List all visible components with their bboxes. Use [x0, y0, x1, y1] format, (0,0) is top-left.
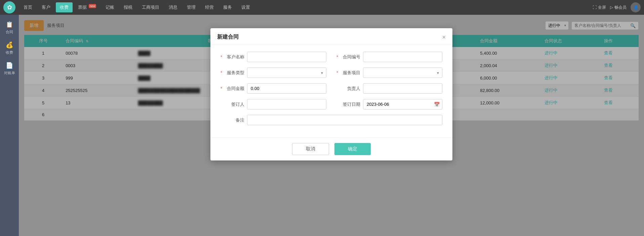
sidebar-item-statement[interactable]: 📄 对账单 — [1, 59, 18, 78]
new-badge: new — [89, 4, 96, 8]
nav-item-service[interactable]: 服务 — [219, 2, 236, 12]
service-item-select[interactable] — [363, 67, 442, 78]
customer-name-field: * 客户名称 — [220, 52, 326, 62]
signatory-input[interactable] — [247, 99, 326, 109]
service-item-select-wrap — [363, 67, 442, 78]
responsible-input[interactable] — [363, 83, 442, 94]
nav-item-settings[interactable]: 设置 — [237, 2, 254, 12]
service-item-field: * 服务项目 — [336, 67, 442, 78]
user-icon: 👤 — [633, 5, 638, 10]
nav-item-fee[interactable]: 收费 — [56, 2, 73, 12]
required-star: * — [336, 54, 338, 59]
form-row-2: * 服务类型 * 服务项目 — [220, 67, 442, 78]
logo: ✿ — [3, 1, 15, 13]
required-star: * — [220, 54, 222, 59]
nav-item-msg[interactable]: 消息 — [165, 2, 182, 12]
sidebar-item-label: 合同 — [6, 30, 13, 35]
form-row-3: * 合同金额 * 负责人 — [220, 83, 442, 94]
service-type-label: 服务类型 — [226, 70, 244, 76]
service-type-field: * 服务类型 — [220, 67, 326, 78]
nav-item-bookkeeping[interactable]: 记账 — [102, 2, 118, 12]
nav-item-customer[interactable]: 客户 — [38, 2, 54, 12]
form-row-5: * 备注 — [220, 115, 442, 125]
remark-label: 备注 — [226, 117, 244, 123]
sign-date-label: 签订日期 — [341, 101, 360, 107]
nav-item-manage[interactable]: 管理 — [183, 2, 200, 12]
statement-icon: 📄 — [6, 62, 13, 69]
form-row-1: * 客户名称 * 合同编号 — [220, 52, 442, 62]
fullscreen-button[interactable]: ⛶ 全屏 — [593, 5, 606, 10]
service-item-label: 服务项目 — [341, 70, 360, 76]
contract-amount-input[interactable] — [247, 83, 326, 94]
customer-name-input[interactable] — [247, 52, 326, 62]
nav-item-tax[interactable]: 报税 — [120, 2, 136, 12]
nav-item-operation[interactable]: 经营 — [201, 2, 218, 12]
responsible-label: 负责人 — [341, 86, 360, 92]
contract-no-label: 合同编号 — [341, 54, 360, 60]
contract-amount-label: 合同金额 — [226, 86, 244, 92]
modal-close-button[interactable]: × — [442, 34, 446, 40]
service-type-select-wrap — [247, 67, 326, 78]
remark-field: * 备注 — [220, 115, 442, 125]
form-row-4: * 签订人 * 签订日期 📅 — [220, 99, 442, 109]
signatory-label: 签订人 — [226, 101, 244, 107]
required-star: * — [220, 86, 222, 91]
modal-title: 新建合同 — [217, 34, 239, 41]
main-layout: 📋 合同 💰 收费 📄 对账单 新增 服务项目 进行中 已完成 已取消 — [0, 15, 644, 236]
modal-footer: 取消 确定 — [210, 137, 452, 160]
contract-no-field: * 合同编号 — [336, 52, 442, 62]
cancel-button[interactable]: 取消 — [292, 143, 329, 155]
nav-right: ⛶ 全屏 ▷ 畅会员 👤 — [593, 2, 641, 12]
modal-body: * 客户名称 * 合同编号 * — [210, 45, 452, 137]
new-contract-modal: 新建合同 × * 客户名称 * 合同编号 — [210, 28, 452, 160]
sidebar-item-label: 对账单 — [4, 70, 15, 76]
sign-date-field: * 签订日期 📅 — [336, 99, 442, 109]
modal-overlay: 新建合同 × * 客户名称 * 合同编号 — [19, 15, 644, 236]
required-star: * — [220, 70, 222, 75]
contract-amount-field: * 合同金额 — [220, 83, 326, 94]
play-icon: ▷ — [610, 5, 613, 10]
responsible-field: * 负责人 — [336, 83, 442, 94]
sidebar-item-fee[interactable]: 💰 收费 — [1, 39, 18, 58]
remark-input[interactable] — [247, 115, 442, 125]
modal-header: 新建合同 × — [210, 28, 452, 45]
contract-no-input[interactable] — [363, 52, 442, 62]
contract-icon: 📋 — [6, 21, 13, 28]
sidebar: 📋 合同 💰 收费 📄 对账单 — [0, 15, 19, 236]
content-area: 新增 服务项目 进行中 已完成 已取消 🔍 — [19, 15, 644, 236]
nav-item-invoice[interactable]: 票据 new — [74, 2, 100, 12]
service-type-select[interactable] — [247, 67, 326, 78]
fee-icon: 💰 — [6, 41, 13, 49]
sign-date-wrap: 📅 — [363, 99, 442, 109]
top-navigation: ✿ 首页 客户 收费 票据 new 记账 报税 工商项目 消息 管理 经营 服务… — [0, 0, 644, 15]
fullscreen-icon: ⛶ — [593, 5, 597, 10]
avatar[interactable]: 👤 — [631, 2, 641, 12]
nav-item-biz[interactable]: 工商项目 — [138, 2, 163, 12]
customer-name-label: 客户名称 — [226, 54, 244, 60]
nav-item-home[interactable]: 首页 — [19, 2, 36, 12]
sidebar-item-label: 收费 — [6, 50, 13, 55]
member-button[interactable]: ▷ 畅会员 — [610, 5, 627, 10]
confirm-button[interactable]: 确定 — [334, 143, 371, 155]
required-star: * — [336, 70, 338, 75]
logo-icon: ✿ — [7, 4, 12, 11]
sidebar-item-contract[interactable]: 📋 合同 — [1, 18, 18, 37]
nav-items: 首页 客户 收费 票据 new 记账 报税 工商项目 消息 管理 经营 服务 设… — [19, 2, 593, 12]
signatory-field: * 签订人 — [220, 99, 326, 109]
sign-date-input[interactable] — [363, 99, 442, 109]
